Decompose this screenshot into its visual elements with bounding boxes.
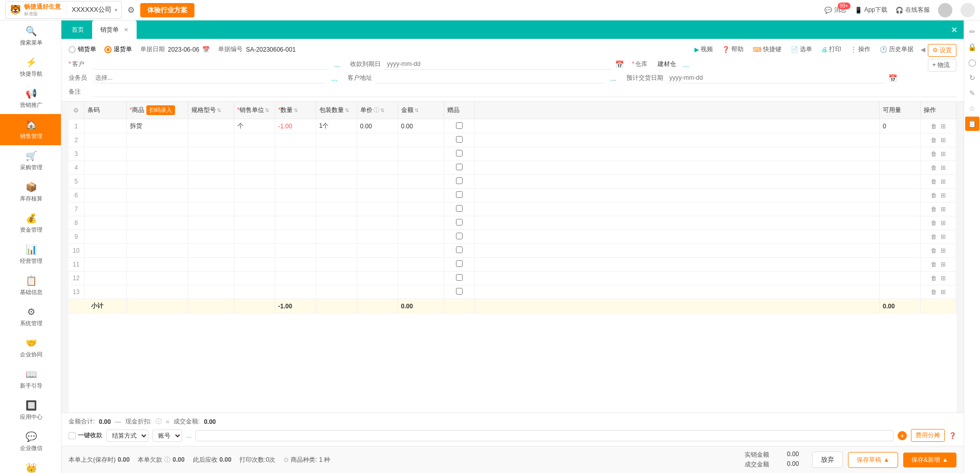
- cell-pkg-qty[interactable]: [316, 189, 357, 202]
- sidebar-item-marketing[interactable]: 📢 营销推广: [0, 83, 61, 114]
- toolbar-select[interactable]: 📄 选单: [789, 44, 814, 55]
- sidebar-item-apps[interactable]: 🔲 应用中心: [0, 395, 61, 426]
- copy-icon[interactable]: ⊞: [941, 206, 946, 213]
- cell-price[interactable]: [357, 272, 398, 285]
- cell-gift[interactable]: [444, 244, 474, 258]
- radio-return[interactable]: 退货单: [104, 45, 132, 54]
- tab-sales-order[interactable]: 销货单 ✕: [92, 20, 137, 39]
- right-icon-edit[interactable]: ✏: [965, 25, 979, 39]
- cell-price[interactable]: [357, 230, 398, 244]
- delete-icon[interactable]: 🗑: [931, 123, 937, 130]
- cell-price[interactable]: [357, 202, 398, 216]
- cell-unit[interactable]: [234, 161, 275, 175]
- cell-gift[interactable]: [444, 272, 474, 285]
- cell-amount[interactable]: [398, 202, 444, 216]
- cell-spec[interactable]: [188, 147, 234, 161]
- cell-quantity[interactable]: [275, 189, 316, 202]
- cell-price[interactable]: [357, 189, 398, 202]
- sidebar-item-inventory[interactable]: 📦 库存核算: [0, 176, 61, 208]
- cell-quantity[interactable]: [275, 272, 316, 285]
- radio-sales[interactable]: 销货单: [69, 45, 96, 54]
- sidebar-item-operations[interactable]: 📊 经营管理: [0, 239, 61, 270]
- cell-barcode[interactable]: [84, 244, 126, 258]
- cell-amount[interactable]: [398, 216, 444, 230]
- cell-price[interactable]: 0.00: [357, 119, 398, 133]
- cell-amount[interactable]: [398, 133, 444, 147]
- cell-spec[interactable]: [188, 272, 234, 285]
- cell-spec[interactable]: [188, 119, 234, 133]
- delete-icon[interactable]: 🗑: [931, 233, 937, 240]
- close-window-icon[interactable]: ✕: [951, 25, 957, 35]
- company-selector[interactable]: 🐯 畅捷通好生意 标准版 XXXXXX公司 ▾: [5, 1, 122, 19]
- toolbar-history[interactable]: 🕐 历史单据: [878, 44, 916, 55]
- sidebar-item-wechat[interactable]: 💬 企业微信: [0, 426, 61, 457]
- copy-icon[interactable]: ⊞: [941, 219, 946, 227]
- cell-unit[interactable]: [234, 147, 275, 161]
- copy-icon[interactable]: ⊞: [941, 275, 946, 282]
- cell-barcode[interactable]: [84, 133, 126, 147]
- cell-gift[interactable]: [444, 230, 474, 244]
- fenyong-button[interactable]: 费用分摊: [911, 429, 945, 442]
- cell-product[interactable]: [126, 133, 188, 147]
- salesperson-input[interactable]: [92, 73, 326, 83]
- right-icon-lock[interactable]: 🔒: [965, 40, 979, 54]
- cell-price[interactable]: [357, 133, 398, 147]
- cell-quantity[interactable]: [275, 147, 316, 161]
- table-settings-icon[interactable]: ⚙: [73, 107, 79, 114]
- sidebar-item-search[interactable]: 🔍 搜索菜单: [0, 20, 61, 52]
- dots-icon[interactable]: ...: [186, 432, 191, 439]
- cell-spec[interactable]: [188, 175, 234, 189]
- settings-button[interactable]: ⚙ 设置: [928, 44, 956, 57]
- copy-icon[interactable]: ⊞: [941, 233, 946, 240]
- cell-pkg-qty[interactable]: [316, 244, 357, 258]
- cell-spec[interactable]: [188, 161, 234, 175]
- abandon-button[interactable]: 放弃: [812, 452, 843, 468]
- right-icon-star[interactable]: ☆: [965, 101, 979, 116]
- cell-unit[interactable]: [234, 272, 275, 285]
- toolbar-video[interactable]: ▶ 视频: [692, 44, 715, 55]
- sidebar-item-shortcut[interactable]: ⚡ 快捷导航: [0, 52, 61, 83]
- cell-quantity[interactable]: [275, 161, 316, 175]
- cell-unit[interactable]: [234, 230, 275, 244]
- cell-price[interactable]: [357, 147, 398, 161]
- cell-amount[interactable]: [398, 175, 444, 189]
- salesperson-dots[interactable]: ...: [329, 74, 339, 82]
- cell-gift[interactable]: [444, 119, 474, 133]
- cell-spec[interactable]: [188, 244, 234, 258]
- due-date-calendar-icon[interactable]: 📅: [615, 60, 624, 69]
- avatar[interactable]: [938, 3, 952, 17]
- cell-unit[interactable]: [234, 133, 275, 147]
- cell-spec[interactable]: [188, 202, 234, 216]
- cell-gift[interactable]: [444, 285, 474, 299]
- save-draft-button[interactable]: 保存草稿 ▲: [848, 452, 898, 468]
- cell-amount[interactable]: [398, 161, 444, 175]
- save-new-button[interactable]: 保存&新增 ▲: [903, 453, 956, 467]
- cell-amount[interactable]: [398, 230, 444, 244]
- delete-icon[interactable]: 🗑: [931, 206, 937, 213]
- right-icon-circle[interactable]: ◯: [965, 55, 979, 70]
- cell-amount[interactable]: [398, 147, 444, 161]
- copy-icon[interactable]: ⊞: [941, 261, 946, 268]
- cell-pkg-qty[interactable]: [316, 147, 357, 161]
- customer-address-input[interactable]: [375, 73, 605, 83]
- cell-unit[interactable]: [234, 285, 275, 299]
- cell-product[interactable]: [126, 230, 188, 244]
- cell-pkg-qty[interactable]: [316, 202, 357, 216]
- cell-quantity[interactable]: [275, 230, 316, 244]
- cell-product[interactable]: 拆货: [126, 119, 188, 133]
- toolbar-shortcut[interactable]: ⌨ 快捷键: [751, 44, 783, 55]
- right-icon-clipboard[interactable]: 📋: [965, 117, 979, 131]
- cell-product[interactable]: [126, 216, 188, 230]
- customer-dots[interactable]: ...: [332, 60, 342, 69]
- delete-icon[interactable]: 🗑: [931, 164, 937, 171]
- sidebar-item-purchase[interactable]: 🛒 采购管理: [0, 145, 61, 176]
- cell-price[interactable]: [357, 216, 398, 230]
- cell-amount[interactable]: [398, 244, 444, 258]
- cell-barcode[interactable]: [84, 119, 126, 133]
- customer-input[interactable]: [92, 59, 329, 70]
- toolbar-operate[interactable]: ⋮ 操作: [848, 44, 873, 55]
- prev-icon[interactable]: ◀: [921, 46, 925, 53]
- wuliu-button[interactable]: + 物流: [928, 59, 956, 72]
- settings-button[interactable]: ⚙: [124, 3, 138, 17]
- copy-icon[interactable]: ⊞: [941, 192, 946, 199]
